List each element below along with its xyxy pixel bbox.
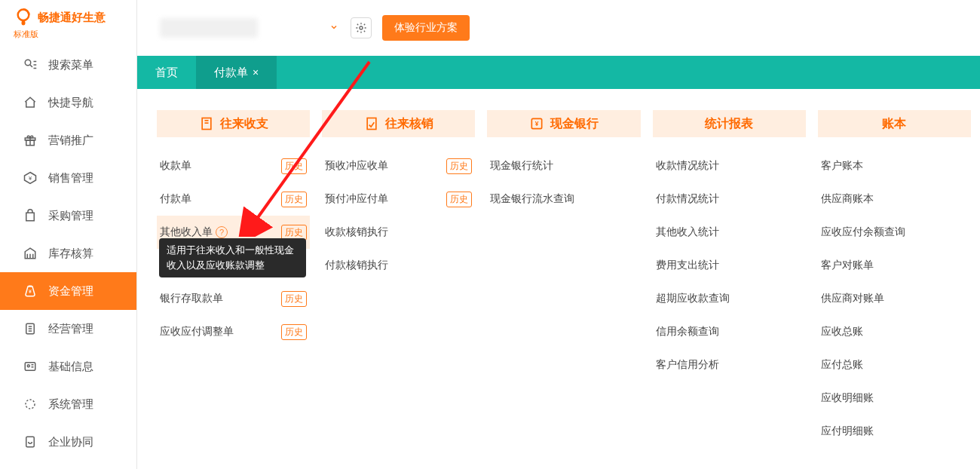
svg-line-3: [30, 65, 32, 67]
menu-item-label: 客户信用分析: [656, 358, 719, 372]
menu-item-cash-bank-stats[interactable]: 现金银行统计: [487, 149, 640, 182]
clipboard-icon: [23, 321, 38, 336]
column-header-reports: 统计报表: [653, 110, 806, 137]
column-ledger: 账本 客户账本 供应商账本 应收应付余额查询 客户对账单 供应商对账单 应收总账…: [818, 110, 971, 448]
column-header-label: 往来收支: [220, 116, 268, 132]
svg-point-26: [360, 26, 363, 29]
svg-rect-30: [367, 118, 376, 130]
svg-rect-25: [26, 437, 35, 447]
menu-item-ar-ap-adjust[interactable]: 应收应付调整单 历史: [157, 315, 310, 348]
close-icon[interactable]: ×: [253, 67, 259, 78]
tab-home[interactable]: 首页: [137, 56, 196, 89]
menu-item-supplier-statement[interactable]: 供应商对账单: [818, 282, 971, 315]
menu-item-arap-balance[interactable]: 应收应付余额查询: [818, 216, 971, 249]
dashed-circle-icon: [23, 397, 38, 412]
settings-button[interactable]: [351, 17, 372, 38]
menu-item-label: 银行存取款单: [160, 292, 223, 305]
svg-point-2: [25, 60, 31, 66]
bank-icon: ¥: [529, 116, 544, 131]
menu-item-overdue-ar[interactable]: 超期应收款查询: [653, 282, 806, 315]
sidebar-item-label: 企业协同: [48, 435, 93, 449]
menu-item-label: 收款情况统计: [656, 159, 719, 173]
menu-item-customer-credit[interactable]: 客户信用分析: [653, 348, 806, 382]
column-cash: ¥ 现金银行 现金银行统计 现金银行流水查询: [487, 110, 640, 448]
menu-item-pre-pay-offset[interactable]: 预付冲应付单 历史: [322, 182, 475, 216]
svg-text:¥: ¥: [29, 175, 32, 182]
svg-point-21: [27, 365, 29, 367]
sidebar-item-business[interactable]: 经营管理: [0, 310, 136, 348]
sidebar-item-label: 系统管理: [48, 397, 93, 412]
menu-item-label: 应付总账: [821, 358, 863, 372]
menu-item-label: 其他收入单 ?: [160, 225, 228, 239]
receipt-icon: [199, 116, 214, 131]
column-writeoff: 往来核销 预收冲应收单 历史 预付冲应付单 历史 收款核销执行 付款核销执行: [322, 110, 475, 448]
warehouse-icon: [23, 246, 38, 261]
sidebar-item-collab[interactable]: 企业协同: [0, 423, 136, 461]
history-tag[interactable]: 历史: [446, 158, 472, 174]
menu-item-label: 付款核销执行: [325, 259, 388, 272]
menu-item-payment-stats[interactable]: 付款情况统计: [653, 182, 806, 216]
menu-item-ap-general[interactable]: 应付总账: [818, 348, 971, 382]
tab-payment[interactable]: 付款单 ×: [196, 56, 277, 89]
history-tag[interactable]: 历史: [446, 192, 472, 207]
menu-item-receipt[interactable]: 收款单 历史: [157, 149, 310, 182]
menu-item-pay-writeoff-exec[interactable]: 付款核销执行: [322, 249, 475, 282]
history-tag[interactable]: 历史: [281, 291, 307, 307]
menu-item-label: 付款单: [160, 192, 191, 206]
svg-rect-20: [25, 363, 35, 371]
menu-item-pre-receive-offset[interactable]: 预收冲应收单 历史: [322, 149, 475, 182]
sidebar-item-inventory[interactable]: 库存核算: [0, 234, 136, 272]
column-header-ledger: 账本: [818, 110, 971, 137]
tenant-dropdown-caret-icon[interactable]: [329, 23, 338, 34]
menu-item-label: 预收冲应收单: [325, 159, 388, 173]
menu-item-credit-balance[interactable]: 信用余额查询: [653, 315, 806, 348]
menu-item-ar-general[interactable]: 应收总账: [818, 315, 971, 348]
column-header-label: 账本: [882, 116, 906, 132]
menu-item-label: 付款情况统计: [656, 192, 719, 206]
menu-item-label: 费用支出统计: [656, 259, 719, 272]
svg-point-24: [26, 400, 35, 409]
sidebar-item-search-menu[interactable]: 搜索菜单: [0, 46, 136, 84]
menu-item-customer-statement[interactable]: 客户对账单: [818, 249, 971, 282]
menu-item-receipt-stats[interactable]: 收款情况统计: [653, 149, 806, 182]
sidebar-item-funds[interactable]: ¥ 资金管理: [0, 272, 136, 310]
menu-item-label: 应收应付调整单: [160, 325, 234, 339]
menu-item-label: 供应商账本: [821, 192, 874, 206]
sidebar-item-label: 资金管理: [48, 284, 93, 299]
history-tag[interactable]: 历史: [281, 324, 307, 340]
column-transactions: 往来收支 收款单 历史 付款单 历史 其他收入单 ? 历史 费用支出单 历史: [157, 110, 310, 448]
sidebar: 畅捷通好生意 标准版 搜索菜单 快捷导航 营销推广 ¥ 销售管理 采购管理 库存…: [0, 0, 137, 469]
menu-item-label: 预付冲应付单: [325, 192, 388, 206]
menu-item-label: 应收总账: [821, 325, 863, 339]
menu-item-ar-detail[interactable]: 应收明细账: [818, 382, 971, 415]
menu-item-label: 现金银行流水查询: [490, 192, 574, 206]
sidebar-item-quick-nav[interactable]: 快捷导航: [0, 84, 136, 121]
svg-text:¥: ¥: [535, 120, 539, 127]
sidebar-item-purchase[interactable]: 采购管理: [0, 197, 136, 234]
search-list-icon: [23, 57, 38, 72]
menu-item-customer-ledger[interactable]: 客户账本: [818, 149, 971, 182]
help-icon[interactable]: ?: [216, 226, 228, 238]
menu-item-cash-bank-flow[interactable]: 现金银行流水查询: [487, 182, 640, 216]
sidebar-item-label: 经营管理: [48, 322, 93, 336]
menu-item-label: 收款核销执行: [325, 225, 388, 239]
menu-item-bank-transfer[interactable]: 银行存取款单 历史: [157, 282, 310, 315]
industry-solution-button[interactable]: 体验行业方案: [382, 15, 470, 41]
menu-item-other-income-stats[interactable]: 其他收入统计: [653, 216, 806, 249]
history-tag[interactable]: 历史: [281, 158, 307, 174]
history-tag[interactable]: 历史: [281, 192, 307, 207]
sidebar-item-system[interactable]: 系统管理: [0, 385, 136, 423]
menu-item-supplier-ledger[interactable]: 供应商账本: [818, 182, 971, 216]
menu-item-ap-detail[interactable]: 应付明细账: [818, 415, 971, 448]
tenant-name-blurred: [160, 18, 258, 38]
menu-item-expense-stats[interactable]: 费用支出统计: [653, 249, 806, 282]
menu-item-label: 其他收入统计: [656, 225, 719, 239]
sidebar-item-basic-info[interactable]: 基础信息: [0, 348, 136, 385]
column-header-label: 现金银行: [550, 116, 599, 132]
menu-item-receive-writeoff-exec[interactable]: 收款核销执行: [322, 216, 475, 249]
sale-tag-icon: ¥: [23, 170, 38, 185]
svg-rect-1: [22, 20, 26, 26]
sidebar-item-sales[interactable]: ¥ 销售管理: [0, 159, 136, 197]
menu-item-payment[interactable]: 付款单 历史: [157, 182, 310, 216]
sidebar-item-marketing[interactable]: 营销推广: [0, 121, 136, 159]
